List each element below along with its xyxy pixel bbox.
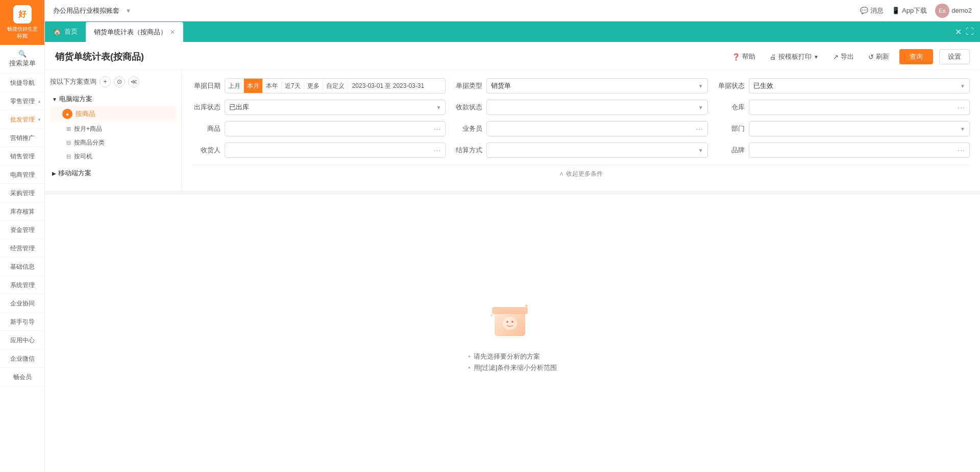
scheme-sub-icon-2: ⊟ xyxy=(66,139,71,146)
date-tab-more[interactable]: 更多 xyxy=(304,79,323,93)
nav-label-system: 系统管理 xyxy=(2,281,42,290)
scheme-item-by-category[interactable]: ⊟ 按商品分类 xyxy=(50,136,176,150)
scheme-item-by-clerk[interactable]: ⊟ 按司机 xyxy=(50,150,176,163)
sidebar-item-corpwechat[interactable]: 企业微信 xyxy=(0,349,44,368)
filter-product-control[interactable]: ··· xyxy=(225,121,446,136)
scheme-item-by-product[interactable]: ● 按商品 xyxy=(50,106,176,122)
filter-panel: 按以下方案查询 + ⊙ ≪ ▼ 电脑端方案 ● 按商品 xyxy=(45,70,980,191)
sidebar-item-member[interactable]: 畅会员 xyxy=(0,368,44,386)
avatar: Ea xyxy=(935,4,949,18)
nav-label-enterprise: 企业协同 xyxy=(2,299,42,308)
message-btn[interactable]: 💬 消息 xyxy=(860,6,884,15)
filter-date-label: 单据日期 xyxy=(192,81,220,90)
sidebar-item-wholesale[interactable]: 批发管理 xyxy=(0,110,44,129)
add-scheme-btn[interactable]: + xyxy=(100,76,111,87)
filter-doctype-control[interactable]: 销货单 ▼ xyxy=(486,78,707,93)
date-tab-custom[interactable]: 自定义 xyxy=(323,79,348,93)
filter-receiptstatus-label: 收款状态 xyxy=(454,103,482,112)
date-tab-lastmonth[interactable]: 上月 xyxy=(225,79,244,93)
message-icon: 💬 xyxy=(860,7,868,14)
sidebar-item-system[interactable]: 系统管理 xyxy=(0,276,44,294)
nav-label-wholesale: 批发管理 xyxy=(2,115,42,124)
sidebar-item-sales[interactable]: 销售管理 xyxy=(0,147,44,166)
edit-scheme-btn[interactable]: ⊙ xyxy=(114,76,125,87)
user-avatar-btn[interactable]: Ea demo2 xyxy=(935,4,972,18)
sidebar-item-ecom[interactable]: 电商管理 xyxy=(0,166,44,184)
filter-receiptstatus-control[interactable]: ▼ xyxy=(486,100,707,115)
sidebar-item-search[interactable]: 🔍 搜索菜单 xyxy=(0,45,44,74)
date-tab-thisyear[interactable]: 本年 xyxy=(263,79,282,93)
collapse-scheme-btn[interactable]: ≪ xyxy=(128,76,139,87)
svg-point-4 xyxy=(511,321,513,323)
scheme-item-by-month-product-label: 按月+商品 xyxy=(74,125,102,133)
collapse-filter-label: ∧ 收起更多条件 xyxy=(559,170,602,178)
empty-tip-1: 请先选择要分析的方案 xyxy=(468,352,557,361)
sidebar-item-basic[interactable]: 基础信息 xyxy=(0,257,44,276)
nav-label-sales: 销售管理 xyxy=(2,152,42,161)
empty-state: ✦ ✦ 请先选择要分析的方案 用[过滤]条件来缩小分析范围 xyxy=(45,195,980,472)
scheme-item-by-category-label: 按商品分类 xyxy=(74,138,105,147)
filter-payment-label: 结算方式 xyxy=(454,146,482,155)
topbar-left: 办公用品行业模拟账套 ▼ xyxy=(53,6,131,15)
tab-sales-stats[interactable]: 销货单统计表（按商品） ✕ xyxy=(86,22,183,42)
tab-close-icon[interactable]: ✕ xyxy=(170,29,175,36)
filter-warehouse-control[interactable]: ··· xyxy=(749,100,970,115)
sidebar-item-operation[interactable]: 经营管理 xyxy=(0,239,44,257)
filter-payment-control[interactable]: ▼ xyxy=(486,143,707,158)
filter-date-control[interactable]: 上月 本月 本年 近7天 xyxy=(225,78,446,93)
export-btn[interactable]: ↗ 导出 xyxy=(829,50,858,63)
receiptstatus-arrow-icon: ▼ xyxy=(698,105,703,110)
scheme-group-mobile: ▶ 移动端方案 xyxy=(50,167,176,180)
nav-label-basic: 基础信息 xyxy=(2,263,42,271)
sidebar-logo[interactable]: 好 畅捷信好生意 标账 xyxy=(0,0,44,45)
date-tab-last7[interactable]: 近7天 xyxy=(282,79,304,93)
scheme-group-pc-header[interactable]: ▼ 电脑端方案 xyxy=(50,92,176,106)
filter-receiver-control[interactable]: ··· xyxy=(225,143,446,158)
department-arrow-icon: ▼ xyxy=(960,126,965,132)
settings-button[interactable]: 设置 xyxy=(939,49,970,64)
sidebar-item-finance[interactable]: 资金管理 xyxy=(0,221,44,239)
filter-date-value: 2023-03-01 至 2023-03-31 xyxy=(348,82,446,90)
sidebar-item-guide[interactable]: 新手引导 xyxy=(0,313,44,331)
print-icon: 🖨 xyxy=(770,53,776,61)
query-button[interactable]: 查询 xyxy=(899,49,933,64)
tab-close-all-icon[interactable]: ✕ xyxy=(955,27,962,37)
sidebar-item-purchase[interactable]: 采购管理 xyxy=(0,184,44,202)
scheme-group-pc-label: 电脑端方案 xyxy=(59,95,92,104)
tab-expand-icon[interactable]: ⛶ xyxy=(966,27,974,36)
refresh-btn[interactable]: ↺ 刷新 xyxy=(864,50,893,63)
nav-label-member: 畅会员 xyxy=(2,373,42,382)
refresh-label: 刷新 xyxy=(876,52,889,61)
sidebar-item-retail[interactable]: 零售管理 xyxy=(0,92,44,110)
sidebar-item-inventory[interactable]: 库存核算 xyxy=(0,202,44,221)
sidebar-item-quick[interactable]: 快捷导航 xyxy=(0,74,44,92)
sidebar-item-marketing[interactable]: 营销推广 xyxy=(0,129,44,147)
empty-tip-2: 用[过滤]条件来缩小分析范围 xyxy=(468,363,557,372)
filter-row-department: 部门 ▼ xyxy=(716,121,970,136)
tab-home[interactable]: 🏠 首页 xyxy=(45,21,86,42)
scheme-item-by-month-product[interactable]: ⊞ 按月+商品 xyxy=(50,122,176,136)
sidebar-item-appcenter[interactable]: 应用中心 xyxy=(0,331,44,349)
filter-brand-control[interactable]: ··· xyxy=(749,143,970,158)
scheme-sub-icon-3: ⊟ xyxy=(66,153,71,160)
filter-docstatus-label: 单据状态 xyxy=(716,81,745,90)
filter-department-control[interactable]: ▼ xyxy=(749,121,970,136)
scheme-group-mobile-header[interactable]: ▶ 移动端方案 xyxy=(50,167,176,180)
topbar-dropdown-label[interactable]: 办公用品行业模拟账套 xyxy=(53,6,119,15)
template-print-btn[interactable]: 🖨 按模板打印 ▼ xyxy=(766,50,823,63)
chevron-down-icon[interactable]: ▼ xyxy=(126,8,131,14)
scheme-group-mobile-label: 移动端方案 xyxy=(58,169,91,178)
filter-docstatus-control[interactable]: 已生效 ▼ xyxy=(749,78,970,93)
collapse-filter-btn[interactable]: ∧ 收起更多条件 xyxy=(192,165,970,182)
chevron-down-icon: ▼ xyxy=(814,54,819,60)
sidebar-item-enterprise[interactable]: 企业协同 xyxy=(0,294,44,313)
chevron-right-icon-mobile: ▶ xyxy=(52,171,56,176)
filter-salesperson-control[interactable]: ··· xyxy=(486,121,707,136)
filter-outstatus-control[interactable]: 已出库 ▼ xyxy=(225,100,446,115)
empty-illustration: ✦ ✦ xyxy=(487,293,538,344)
app-download-btn[interactable]: 📱 App下载 xyxy=(892,6,927,15)
help-btn[interactable]: ❓ 帮助 xyxy=(728,50,760,63)
sidebar-logo-sub: 标账 xyxy=(17,32,28,40)
date-tab-thismonth[interactable]: 本月 xyxy=(244,79,263,93)
filter-scheme-title: 按以下方案查询 xyxy=(50,77,96,86)
